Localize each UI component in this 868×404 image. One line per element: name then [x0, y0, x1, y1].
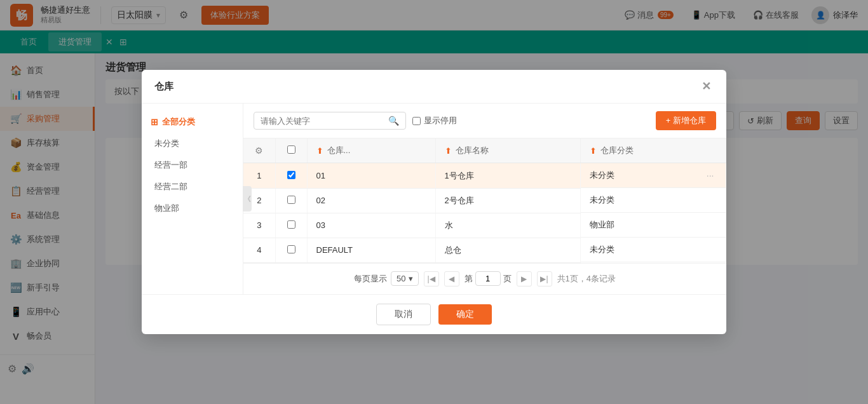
show-disabled-checkbox[interactable] — [412, 117, 421, 125]
collapse-sidebar-icon[interactable]: 《 — [243, 186, 252, 212]
select-all-checkbox[interactable] — [287, 145, 295, 154]
col-checkbox — [275, 138, 307, 163]
table-header: ⚙ ⬆ 仓库... ⬆ — [243, 138, 726, 163]
warehouse-modal: 仓库 ✕ ⊞ 全部分类 未分类 经营一部 经营二部 物业部 《 — [142, 70, 726, 334]
add-warehouse-button[interactable]: + 新增仓库 — [656, 111, 716, 130]
page-unit-label: 页 — [503, 273, 512, 285]
sort-name-icon: ⬆ — [445, 146, 452, 156]
page-number-input[interactable] — [475, 271, 501, 286]
row-category: 未分类 — [581, 238, 726, 262]
more-actions-icon[interactable]: ··· — [704, 170, 717, 180]
row-code: 02 — [307, 188, 435, 213]
row-category: 未分类··· — [581, 163, 726, 188]
category-item-dept2[interactable]: 经营二部 — [142, 176, 243, 198]
row-checkbox[interactable] — [275, 238, 307, 262]
first-page-button[interactable]: |◀ — [424, 271, 439, 286]
search-icon[interactable]: 🔍 — [388, 116, 399, 126]
modal-title: 仓库 — [154, 81, 173, 93]
page-size-value: 50 — [397, 274, 405, 283]
page-size-chevron-icon: ▾ — [409, 274, 413, 283]
gear-col-icon: ⚙ — [255, 145, 263, 156]
row-checkbox[interactable] — [275, 213, 307, 238]
page-size-select: 每页显示 50 ▾ — [354, 271, 418, 286]
modal-overlay: 仓库 ✕ ⊞ 全部分类 未分类 经营一部 经营二部 物业部 《 — [0, 0, 868, 404]
row-select-checkbox[interactable] — [287, 196, 295, 204]
cancel-button[interactable]: 取消 — [376, 304, 431, 325]
row-checkbox[interactable] — [275, 188, 307, 213]
table-row[interactable]: 2 02 2号仓库 未分类 — [243, 188, 726, 213]
col-category: ⬆ 仓库分类 — [581, 138, 726, 163]
modal-header: 仓库 ✕ — [142, 70, 726, 104]
search-box: 🔍 — [254, 112, 406, 130]
table-body: 1 01 1号仓库 未分类··· 2 02 2号仓库 未分类 3 03 水 物业… — [243, 163, 726, 263]
row-name: 1号仓库 — [435, 163, 581, 189]
modal-toolbar: 🔍 显示停用 + 新增仓库 — [243, 104, 726, 138]
warehouse-table-element: ⚙ ⬆ 仓库... ⬆ — [243, 138, 726, 263]
table-row[interactable]: 1 01 1号仓库 未分类··· — [243, 163, 726, 189]
modal-body: ⊞ 全部分类 未分类 经营一部 经营二部 物业部 《 🔍 — [142, 104, 726, 294]
next-page-button[interactable]: ▶ — [517, 271, 532, 286]
row-name: 水 — [435, 213, 581, 238]
col-gear: ⚙ — [243, 138, 275, 163]
col-name: ⬆ 仓库名称 — [435, 138, 581, 163]
row-select-checkbox[interactable] — [287, 220, 295, 229]
row-code: DEFAULT — [307, 238, 435, 262]
row-select-checkbox[interactable] — [287, 171, 295, 179]
all-category-item[interactable]: ⊞ 全部分类 — [142, 111, 243, 133]
pagination: 每页显示 50 ▾ |◀ ◀ 第 页 ▶ ▶| 共1 — [243, 263, 726, 294]
prev-page-button[interactable]: ◀ — [444, 271, 459, 286]
last-page-button[interactable]: ▶| — [537, 271, 552, 286]
modal-main-content: 🔍 显示停用 + 新增仓库 ⚙ — [243, 104, 726, 294]
per-page-label: 每页显示 — [354, 273, 387, 285]
page-size-dropdown[interactable]: 50 ▾ — [391, 271, 418, 286]
row-checkbox[interactable] — [275, 163, 307, 189]
row-name: 2号仓库 — [435, 188, 581, 213]
row-category: 物业部 — [581, 213, 726, 238]
category-item-dept1[interactable]: 经营一部 — [142, 154, 243, 176]
page-input-area: 第 页 — [465, 271, 512, 286]
warehouse-table: ⚙ ⬆ 仓库... ⬆ — [243, 138, 726, 263]
row-category: 未分类 — [581, 188, 726, 213]
row-select-checkbox[interactable] — [287, 245, 295, 253]
page-label: 第 — [465, 273, 473, 285]
grid-icon: ⊞ — [151, 117, 158, 127]
all-category-label: 全部分类 — [162, 116, 195, 128]
modal-footer: 取消 确定 — [142, 294, 726, 334]
modal-category-sidebar: ⊞ 全部分类 未分类 经营一部 经营二部 物业部 《 — [142, 104, 243, 294]
category-item-unclassified[interactable]: 未分类 — [142, 133, 243, 154]
row-code: 01 — [307, 163, 435, 189]
search-input[interactable] — [261, 116, 388, 126]
modal-close-button[interactable]: ✕ — [698, 79, 714, 94]
show-disabled-label[interactable]: 显示停用 — [412, 115, 457, 126]
page-total-label: 共1页，4条记录 — [557, 273, 616, 285]
sort-cat-icon: ⬆ — [590, 146, 597, 156]
col-code: ⬆ 仓库... — [307, 138, 435, 163]
row-num: 4 — [243, 238, 275, 262]
category-item-property[interactable]: 物业部 — [142, 198, 243, 219]
row-num: 3 — [243, 213, 275, 238]
sort-code-icon: ⬆ — [316, 146, 323, 156]
confirm-button[interactable]: 确定 — [438, 304, 492, 325]
table-row[interactable]: 4 DEFAULT 总仓 未分类 — [243, 238, 726, 262]
row-code: 03 — [307, 213, 435, 238]
table-row[interactable]: 3 03 水 物业部 — [243, 213, 726, 238]
row-name: 总仓 — [435, 238, 581, 262]
row-num: 1 — [243, 163, 275, 189]
